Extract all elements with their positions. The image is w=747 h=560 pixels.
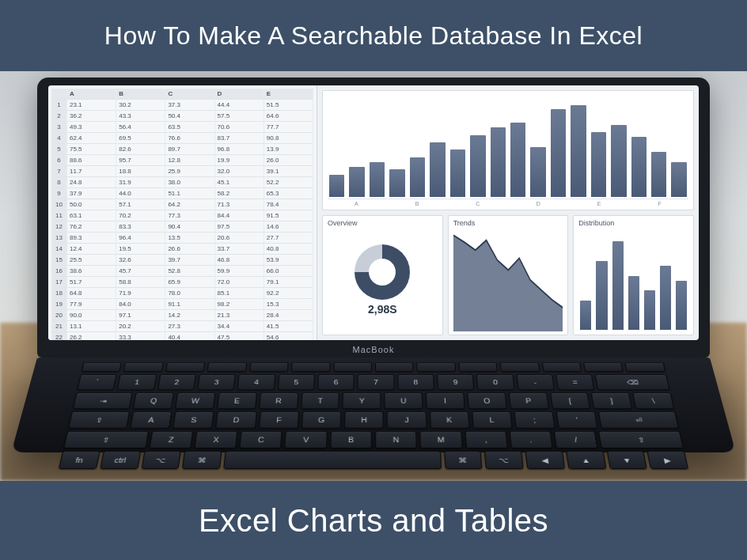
key: B [330,431,372,448]
cell [51,89,67,100]
fn-key [249,362,289,372]
fn-key [583,362,624,372]
bar [580,301,591,330]
cell: 27.3 [165,321,214,332]
fn-key [291,362,330,372]
fn-key [417,362,456,372]
cell: 70.2 [116,210,165,221]
cell: 97.5 [215,221,264,233]
cell: 59.9 [215,266,264,277]
cell: 44.0 [116,188,165,199]
cell: 21 [51,321,67,332]
top-chart-labels: ABCDEF [328,199,688,206]
key: A [130,411,172,428]
donut-chart [355,244,410,300]
key: ⌘ [444,451,483,469]
cell: 63.5 [165,122,214,133]
key: ⇧ [63,431,149,448]
fn-key [500,362,540,372]
cell: D [215,89,264,100]
cell: 65.9 [165,277,214,288]
cell: 41.5 [264,321,313,332]
cell: 64.6 [264,111,313,122]
fn-key [541,362,582,372]
cell: 92.2 [264,288,313,299]
laptop-base: `1234567890-=⌫⇥QWERTYUIOP[]\⇪ASDFGHJKL;'… [11,358,736,452]
key: 3 [197,374,236,390]
key: fn [59,451,100,469]
cell: 58.8 [116,277,165,288]
laptop-screen: ABCDE123.130.237.344.451.5236.243.350.45… [48,85,699,340]
key: 7 [358,374,395,390]
key: S [173,411,214,428]
key: ⌥ [141,451,181,469]
key: 2 [157,374,196,390]
cell: A [67,89,116,100]
cell: 91.5 [264,210,313,221]
cell: 19.9 [215,155,264,166]
bar [591,132,606,197]
key: \ [632,392,674,409]
cell: 37.9 [67,188,116,199]
cell: 21.3 [215,310,264,321]
cell: 26.6 [165,244,214,255]
keyboard: `1234567890-=⌫⇥QWERTYUIOP[]\⇪ASDFGHJKL;'… [59,362,688,469]
key: ⏎ [598,411,679,428]
top-banner: How To Make A Searchable Database In Exc… [0,0,747,71]
key: ; [514,411,555,428]
key: W [175,392,215,409]
cell: 20.6 [215,233,264,244]
key: Y [343,392,381,409]
bar [530,147,545,197]
cell: 66.0 [264,266,313,277]
fn-key [333,362,372,372]
cell: 3 [51,122,67,133]
cell: 22 [51,332,67,340]
key: N [375,431,417,448]
hero-scene: ABCDE123.130.237.344.451.5236.243.350.45… [0,71,747,481]
key: ▲ [566,451,606,469]
bar [349,167,364,197]
cell: 62.4 [67,133,116,144]
cell: 75.5 [67,144,116,155]
key: U [385,392,423,409]
cell: 15.3 [264,299,313,310]
key: L [472,411,513,428]
cell: 71.3 [215,199,264,210]
mini-label: E [571,201,628,206]
key: ◀ [525,451,565,469]
cell: 12 [51,221,67,233]
fn-key [375,362,414,372]
cell: 46.8 [215,255,264,266]
bar [370,162,385,197]
key: H [344,411,384,428]
bar [571,105,586,197]
cell: 39.1 [264,166,313,177]
bar [676,281,687,330]
bottom-banner: Excel Charts and Tables [0,481,747,560]
cell: 40.8 [264,244,313,255]
bar [596,261,607,330]
cell: 79.1 [264,277,313,288]
cell: 8 [51,177,67,188]
svg-marker-0 [453,235,563,331]
mini-label: C [449,201,506,206]
cell: 6 [51,155,67,166]
cell: 13.1 [67,321,116,332]
small-bar-title: Distribution [578,219,688,227]
cell: 28.4 [264,310,313,321]
cell: 89.7 [165,144,214,155]
laptop: ABCDE123.130.237.344.451.5236.243.350.45… [37,78,710,481]
cell: 15 [51,255,67,266]
fn-key [207,362,247,372]
cell: 77.3 [165,210,214,221]
cell: 82.6 [116,144,165,155]
cell: 14.2 [165,310,214,321]
cell: 45.1 [215,177,264,188]
donut-panel: Overview 2,98S [322,215,443,335]
mini-label: B [389,201,446,206]
cell: B [116,89,165,100]
cell: 14 [51,244,67,255]
cell: 95.7 [116,155,165,166]
cell: 10 [51,199,67,210]
